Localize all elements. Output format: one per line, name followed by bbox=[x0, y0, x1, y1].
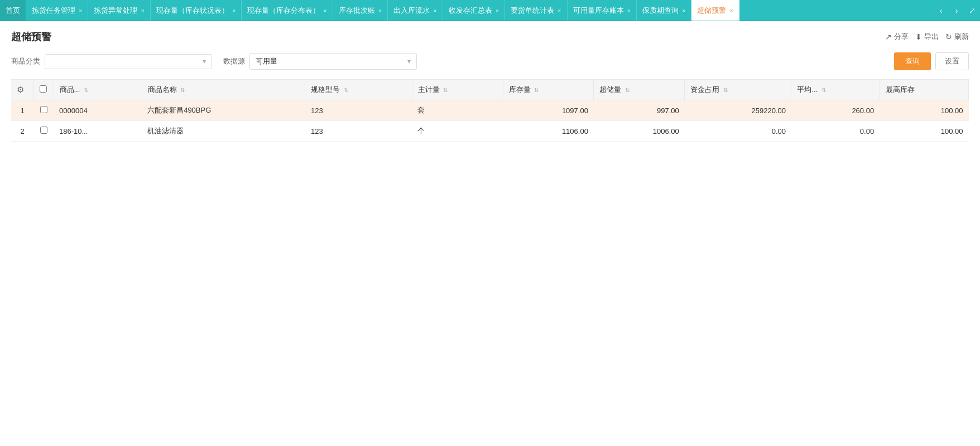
cell-avg: 0.00 bbox=[791, 121, 880, 142]
th-overstock: 超储量 ⇅ bbox=[594, 80, 685, 100]
cell-unit: 个 bbox=[412, 121, 503, 142]
nav-pick-exception[interactable]: 拣货异常处理 × bbox=[88, 0, 150, 21]
select-all-checkbox[interactable] bbox=[40, 85, 47, 93]
cell-avg: 260.00 bbox=[791, 100, 880, 121]
row-checkbox[interactable] bbox=[40, 127, 47, 134]
gear-icon-button[interactable]: ⚙ bbox=[17, 85, 24, 95]
refresh-button[interactable]: ↻ 刷新 bbox=[945, 32, 969, 42]
filter-action-buttons: 查询 设置 bbox=[894, 52, 969, 70]
th-product-code: 商品... ⇅ bbox=[54, 80, 142, 100]
close-icon[interactable]: × bbox=[627, 7, 631, 14]
nav-expand-button[interactable]: ⤢ bbox=[964, 0, 980, 21]
th-avg: 平均... ⇅ bbox=[791, 80, 880, 100]
th-stock: 库存量 ⇅ bbox=[503, 80, 594, 100]
row-num: 2 bbox=[11, 121, 33, 142]
th-product-name: 商品名称 ⇅ bbox=[142, 80, 305, 100]
sort-icon[interactable]: ⇅ bbox=[180, 87, 185, 93]
nav-stock-status[interactable]: 现存量（库存状况表） × bbox=[151, 0, 242, 21]
cell-capital: 0.00 bbox=[685, 121, 791, 142]
datasource-label: 数据源 bbox=[223, 56, 245, 66]
category-label: 商品分类 bbox=[11, 56, 40, 66]
page-container: 超储预警 ↗ 分享 ⬇ 导出 ↻ 刷新 商品分类 ▾ 数据源 bbox=[0, 21, 980, 446]
cell-spec: 123 bbox=[305, 100, 412, 121]
nav-stock-dist[interactable]: 现存量（库存分布表） × bbox=[242, 0, 333, 21]
refresh-icon: ↻ bbox=[945, 32, 952, 41]
nav-overstock-warning[interactable]: 超储预警 × bbox=[691, 0, 739, 21]
cell-max-stock: 100.00 bbox=[880, 121, 968, 142]
table-row: 1 0000004 六配套新昌490BPG 123 套 1097.00 997.… bbox=[11, 100, 969, 121]
nav-batch-account[interactable]: 库存批次账 × bbox=[333, 0, 388, 21]
page-title: 超储预警 bbox=[11, 30, 51, 43]
nav-pick-task[interactable]: 拣货任务管理 × bbox=[26, 0, 88, 21]
th-capital: 资金占用 ⇅ bbox=[685, 80, 791, 100]
close-icon[interactable]: × bbox=[682, 7, 685, 14]
close-icon[interactable]: × bbox=[433, 7, 436, 14]
query-button[interactable]: 查询 bbox=[894, 52, 931, 70]
cell-capital: 259220.00 bbox=[685, 100, 791, 121]
cell-product-name: 机油滤清器 bbox=[142, 121, 305, 142]
close-icon[interactable]: × bbox=[378, 7, 382, 14]
cell-max-stock: 100.00 bbox=[880, 100, 968, 121]
nav-summary[interactable]: 收发存汇总表 × bbox=[443, 0, 505, 21]
close-icon[interactable]: × bbox=[141, 7, 144, 14]
close-icon[interactable]: × bbox=[323, 7, 326, 14]
nav-arrow-group: ‹ › ⤢ bbox=[933, 0, 980, 21]
close-icon[interactable]: × bbox=[232, 7, 236, 14]
data-table: ⚙ 商品... ⇅ 商品名称 ⇅ 规格型号 ⇅ 主计量 bbox=[11, 79, 969, 142]
table-row: 2 186-10... 机油滤清器 123 个 1106.00 1006.00 … bbox=[11, 121, 969, 142]
nav-home[interactable]: 首页 bbox=[0, 0, 26, 21]
close-icon[interactable]: × bbox=[558, 7, 561, 14]
row-check-cell bbox=[33, 121, 54, 142]
close-icon[interactable]: × bbox=[496, 7, 499, 14]
header-actions: ↗ 分享 ⬇ 导出 ↻ 刷新 bbox=[885, 32, 969, 42]
sort-icon[interactable]: ⇅ bbox=[344, 87, 348, 93]
th-max-stock: 最高库存 bbox=[880, 80, 968, 100]
export-icon: ⬇ bbox=[915, 32, 922, 41]
settings-button[interactable]: 设置 bbox=[935, 52, 969, 70]
chevron-down-icon: ▾ bbox=[203, 57, 206, 65]
close-icon[interactable]: × bbox=[79, 7, 82, 14]
sort-icon[interactable]: ⇅ bbox=[822, 87, 826, 93]
sort-icon[interactable]: ⇅ bbox=[84, 87, 88, 93]
sort-icon[interactable]: ⇅ bbox=[534, 87, 539, 93]
table-header-row: ⚙ 商品... ⇅ 商品名称 ⇅ 规格型号 ⇅ 主计量 bbox=[11, 80, 969, 100]
sort-icon[interactable]: ⇅ bbox=[625, 87, 630, 93]
share-icon: ↗ bbox=[885, 32, 892, 41]
export-button[interactable]: ⬇ 导出 bbox=[915, 32, 939, 42]
category-select[interactable]: ▾ bbox=[45, 54, 212, 69]
page-header: 超储预警 ↗ 分享 ⬇ 导出 ↻ 刷新 bbox=[11, 30, 969, 43]
datasource-select[interactable]: 可用量 ▾ bbox=[249, 53, 417, 70]
cell-product-name: 六配套新昌490BPG bbox=[142, 100, 305, 121]
cell-spec: 123 bbox=[305, 121, 412, 142]
cell-overstock: 997.00 bbox=[594, 100, 685, 121]
nav-order-stats[interactable]: 要货单统计表 × bbox=[505, 0, 567, 21]
filter-row: 商品分类 ▾ 数据源 可用量 ▾ 查询 设置 bbox=[11, 52, 969, 70]
cell-overstock: 1006.00 bbox=[594, 121, 685, 142]
sort-icon[interactable]: ⇅ bbox=[723, 87, 728, 93]
th-check bbox=[33, 80, 54, 100]
nav-inout-flow[interactable]: 出入库流水 × bbox=[388, 0, 443, 21]
nav-expiry-query[interactable]: 保质期查询 × bbox=[637, 0, 691, 21]
row-check-cell bbox=[33, 100, 54, 121]
cell-product-code: 0000004 bbox=[54, 100, 142, 121]
row-checkbox[interactable] bbox=[40, 106, 47, 113]
share-button[interactable]: ↗ 分享 bbox=[885, 32, 909, 42]
top-nav: 首页 拣货任务管理 × 拣货异常处理 × 现存量（库存状况表） × 现存量（库存… bbox=[0, 0, 980, 21]
close-icon[interactable]: × bbox=[729, 7, 733, 14]
cell-product-code: 186-10... bbox=[54, 121, 142, 142]
th-gear: ⚙ bbox=[11, 80, 33, 100]
sort-icon[interactable]: ⇅ bbox=[443, 87, 448, 93]
datasource-filter: 数据源 可用量 ▾ bbox=[223, 53, 417, 70]
chevron-down-icon: ▾ bbox=[407, 57, 411, 65]
cell-stock: 1097.00 bbox=[503, 100, 594, 121]
th-unit: 主计量 ⇅ bbox=[412, 80, 503, 100]
th-spec: 规格型号 ⇅ bbox=[305, 80, 412, 100]
nav-prev-button[interactable]: ‹ bbox=[933, 0, 949, 21]
category-filter: 商品分类 ▾ bbox=[11, 54, 212, 69]
nav-available-stock[interactable]: 可用量库存账本 × bbox=[568, 0, 637, 21]
nav-next-button[interactable]: › bbox=[949, 0, 964, 21]
row-num: 1 bbox=[11, 100, 33, 121]
cell-stock: 1106.00 bbox=[503, 121, 594, 142]
cell-unit: 套 bbox=[412, 100, 503, 121]
